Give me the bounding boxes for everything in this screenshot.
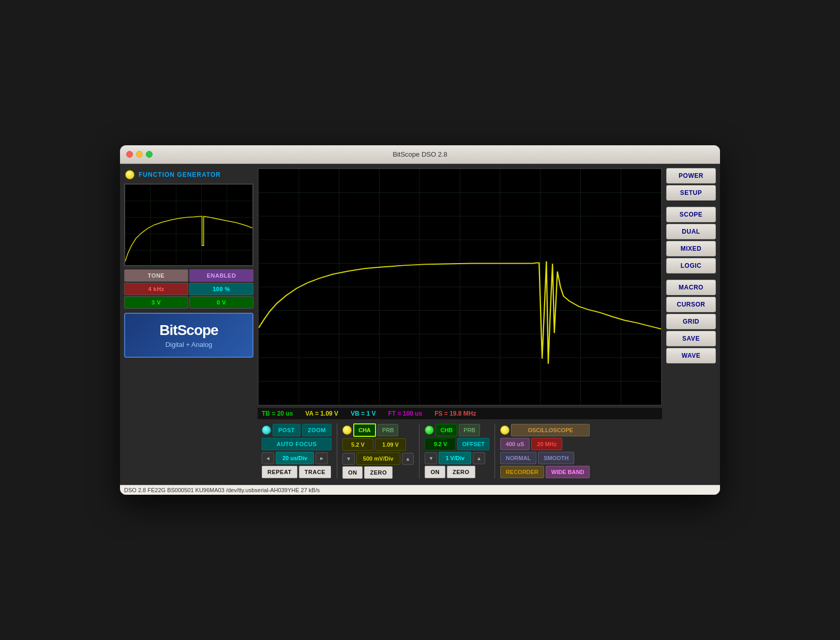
cha-values-row: 5.2 V 1.09 V — [342, 438, 414, 451]
cha-div-value: 500 mV/Div — [356, 452, 400, 465]
ft-status: FT = 100 us — [388, 410, 422, 417]
time-div-up-arrow[interactable]: ► — [316, 452, 328, 464]
cha-div-down-arrow[interactable]: ▼ — [342, 453, 355, 465]
separator-3 — [494, 423, 495, 479]
grid-button[interactable]: GRID — [666, 314, 716, 329]
status-bar: DSO 2.8 FE22G BS000501 KU96MA03 /dev/tty… — [120, 485, 720, 495]
post-button[interactable]: POST — [273, 424, 301, 436]
logo-sub-text: Digital + Analog — [133, 341, 244, 348]
tone-button[interactable]: TONE — [124, 269, 188, 282]
cursor-button[interactable]: CURSOR — [666, 297, 716, 312]
func-gen-header: FUNCTION GENERATOR — [124, 168, 253, 181]
scope-status-bar: TB = 20 us VA = 1.09 V VB = 1 V FT = 100… — [258, 408, 662, 419]
status-text: DSO 2.8 FE22G BS000501 KU96MA03 /dev/tty… — [124, 487, 320, 493]
wave-button[interactable]: WAVE — [666, 348, 716, 363]
scope-button[interactable]: SCOPE — [666, 207, 716, 222]
repeat-trace-row: REPEAT TRACE — [262, 466, 332, 478]
va-status: VA = 1.09 V — [305, 410, 338, 417]
cha-zero-button[interactable]: ZERO — [364, 466, 393, 479]
time-div-value: 20 us/Div — [276, 452, 314, 464]
auto-focus-button[interactable]: AUTO FOCUS — [262, 438, 332, 450]
osc-time-button[interactable]: 400 uS — [500, 438, 530, 450]
chb-prb-button[interactable]: PRB — [459, 424, 480, 436]
zoom-button[interactable]: ZOOM — [302, 424, 332, 436]
cha-button[interactable]: CHA — [353, 423, 376, 437]
offset-button[interactable]: 0 V — [189, 296, 253, 309]
cha-val2: 1.09 V — [375, 438, 406, 451]
power-button[interactable]: POWER — [666, 168, 716, 184]
cha-top-row: CHA PRB — [342, 423, 414, 437]
traffic-lights — [126, 151, 153, 158]
spacer-2 — [666, 275, 716, 278]
chb-zero-button[interactable]: ZERO — [447, 466, 475, 478]
chb-div-value: 1 V/Div — [439, 452, 471, 464]
title-bar: BitScope DSO 2.8 — [120, 145, 720, 164]
osc-normal-button[interactable]: NORMAL — [500, 452, 536, 464]
right-panel: POWER SETUP SCOPE DUAL MIXED LOGIC MACRO… — [666, 168, 716, 481]
cha-prb-button[interactable]: PRB — [378, 424, 399, 436]
chb-div-up-arrow[interactable]: ▲ — [473, 452, 485, 464]
cha-div-up-arrow[interactable]: ▲ — [402, 453, 414, 465]
bottom-controls: POST ZOOM AUTO FOCUS ◄ 20 us/Div ► REPEA… — [258, 421, 662, 481]
spacer-1 — [666, 202, 716, 205]
osc-wideband-button[interactable]: WIDE BAND — [546, 466, 590, 478]
func-gen-display — [124, 184, 253, 266]
window-title: BitScope DSO 2.8 — [393, 150, 447, 158]
timebase-section: POST ZOOM AUTO FOCUS ◄ 20 us/Div ► REPEA… — [262, 424, 332, 478]
separator-1 — [337, 423, 337, 479]
chb-top-row: CHB PRB — [425, 424, 489, 436]
vb-status: VB = 1 V — [351, 410, 376, 417]
frequency-button[interactable]: 4 kHz — [124, 283, 188, 295]
osc-indicator — [500, 425, 509, 435]
controls-grid: TONE ENABLED 4 kHz 100 % 3 V 0 V — [124, 269, 253, 309]
mixed-button[interactable]: MIXED — [666, 241, 716, 256]
enabled-button[interactable]: ENABLED — [189, 269, 253, 282]
chb-section: CHB PRB 9.2 V OFFSET ▼ 1 V/Div ▲ ON ZE — [425, 424, 489, 478]
timebase-indicator — [262, 425, 271, 435]
macro-button[interactable]: MACRO — [666, 280, 716, 295]
oscilloscope-button[interactable]: OSCILLOSCOPE — [511, 424, 590, 436]
duty-button[interactable]: 100 % — [189, 283, 253, 295]
save-button[interactable]: SAVE — [666, 331, 716, 346]
osc-header-row: OSCILLOSCOPE — [500, 424, 590, 436]
osc-recorder-button[interactable]: RECORDER — [500, 466, 544, 478]
chb-button[interactable]: CHB — [436, 424, 457, 436]
tb-status: TB = 20 us — [262, 410, 293, 417]
chb-indicator — [425, 425, 434, 435]
chb-div-down-arrow[interactable]: ▼ — [425, 452, 437, 464]
setup-button[interactable]: SETUP — [666, 185, 716, 201]
separator-2 — [419, 423, 419, 479]
cha-div-row: ▼ 500 mV/Div ▲ — [342, 452, 414, 465]
logo-main-text: BitScope — [133, 322, 244, 339]
dual-button[interactable]: DUAL — [666, 224, 716, 239]
osc-normal-smooth-row: NORMAL SMOOTH — [500, 452, 590, 464]
scope-display — [258, 168, 662, 406]
app-window: BitScope DSO 2.8 FUNCTION GENERATOR — [120, 145, 720, 495]
chb-on-button[interactable]: ON — [425, 466, 445, 478]
fs-status: FS = 19.8 MHz — [434, 410, 476, 417]
cha-on-zero-row: ON ZERO — [342, 466, 414, 479]
logic-button[interactable]: LOGIC — [666, 258, 716, 273]
maximize-button[interactable] — [146, 151, 153, 158]
oscilloscope-section: OSCILLOSCOPE 400 uS 20 MHz NORMAL SMOOTH… — [500, 424, 590, 478]
autofocus-row: AUTO FOCUS — [262, 438, 332, 450]
timebase-top-row: POST ZOOM — [262, 424, 332, 436]
cha-on-button[interactable]: ON — [342, 466, 363, 479]
repeat-button[interactable]: REPEAT — [262, 466, 297, 478]
trace-button[interactable]: TRACE — [299, 466, 331, 478]
voltage-button[interactable]: 3 V — [124, 296, 188, 309]
osc-smooth-button[interactable]: SMOOTH — [538, 452, 574, 464]
cha-val1: 5.2 V — [342, 438, 373, 451]
chb-div-row: ▼ 1 V/Div ▲ — [425, 452, 489, 464]
scope-area: TB = 20 us VA = 1.09 V VB = 1 V FT = 100… — [258, 168, 662, 481]
minimize-button[interactable] — [136, 151, 143, 158]
chb-offset-button[interactable]: OFFSET — [457, 438, 489, 450]
close-button[interactable] — [126, 151, 133, 158]
osc-recorder-wideband-row: RECORDER WIDE BAND — [500, 466, 590, 478]
chb-values-row: 9.2 V OFFSET — [425, 438, 489, 450]
func-gen-title: FUNCTION GENERATOR — [139, 171, 221, 178]
osc-freq-button[interactable]: 20 MHz — [531, 438, 562, 450]
app-body: FUNCTION GENERATOR — [120, 164, 720, 485]
time-div-down-arrow[interactable]: ◄ — [262, 452, 274, 464]
func-gen-indicator — [125, 170, 134, 179]
